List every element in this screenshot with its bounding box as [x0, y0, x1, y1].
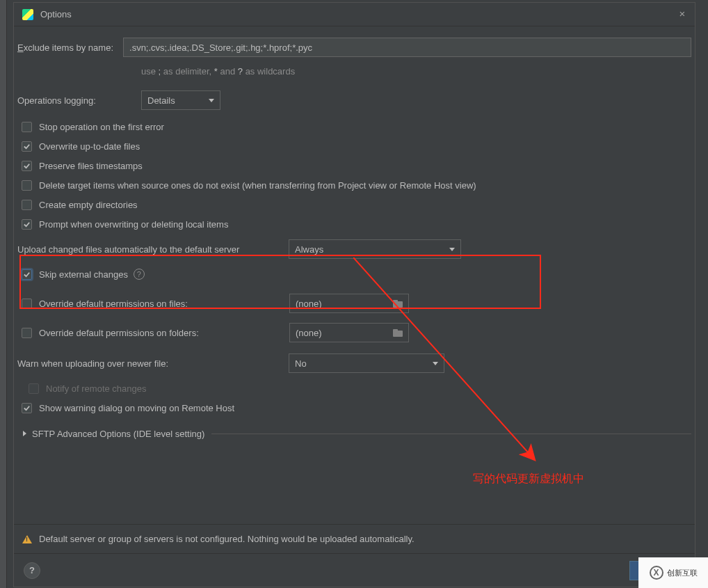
upload-combo[interactable]: Always	[289, 239, 461, 259]
status-bar: Default server or group of servers is no…	[14, 524, 695, 553]
warn-upload-combo[interactable]: No	[289, 353, 444, 373]
chk-override-files[interactable]	[22, 299, 32, 309]
folder-icon	[393, 329, 403, 337]
chk-prompt-overwrite[interactable]	[22, 219, 32, 230]
chk-notify-remote	[29, 383, 39, 394]
chk-create-empty[interactable]	[22, 200, 32, 210]
chevron-down-icon	[209, 99, 214, 102]
chk-stop-error[interactable]	[22, 122, 32, 132]
perm-files-value: (none)	[296, 299, 322, 309]
chk-delete-target[interactable]	[22, 180, 32, 191]
folder-icon	[393, 300, 403, 308]
app-icon	[22, 9, 33, 20]
chevron-down-icon	[433, 362, 438, 365]
dialog-title: Options	[40, 9, 72, 19]
chk-override-folders[interactable]	[22, 328, 32, 338]
warn-upload-label: Warn when uploading over newer file:	[17, 358, 289, 369]
perm-folders-value: (none)	[296, 328, 322, 338]
watermark: X 创新互联	[638, 557, 708, 588]
exclude-hint: use ; as delimiter, * and ? as wildcards	[141, 66, 295, 77]
options-dialog: Options × Exclude items by name: use ; a…	[13, 2, 695, 587]
upload-value: Always	[295, 244, 323, 255]
close-icon[interactable]: ×	[677, 8, 688, 19]
triangle-right-icon	[23, 431, 26, 436]
chk-prompt-overwrite-label: Prompt when overwriting or deleting loca…	[39, 219, 228, 230]
outer-background	[0, 0, 7, 588]
help-icon[interactable]: ?	[134, 269, 145, 280]
upload-label: Upload changed files automatically to th…	[17, 244, 289, 255]
chk-notify-remote-label: Notify of remote changes	[46, 383, 147, 394]
status-text: Default server or group of servers is no…	[39, 534, 415, 544]
section-divider	[211, 434, 691, 434]
chk-skip-external-label: Skip external changes	[39, 269, 128, 280]
exclude-input[interactable]	[123, 38, 691, 57]
chk-override-files-label: Override default permissions on files:	[39, 299, 289, 309]
titlebar: Options ×	[14, 3, 695, 26]
logging-value: Details	[147, 95, 175, 106]
chk-overwrite-label: Overwrite up-to-date files	[39, 141, 140, 152]
warning-icon	[22, 535, 32, 543]
chk-skip-external[interactable]	[22, 269, 32, 280]
chk-override-folders-label: Override default permissions on folders:	[39, 328, 289, 338]
chk-show-warning-label: Show warning dialog on moving on Remote …	[39, 403, 234, 413]
sftp-section-header[interactable]: SFTP Advanced Options (IDE level setting…	[23, 424, 691, 443]
button-bar: ? OK	[14, 553, 695, 587]
perm-folders-combo[interactable]: (none)	[289, 323, 409, 342]
exclude-label: Exclude items by name:	[17, 42, 113, 53]
watermark-logo-icon: X	[650, 566, 663, 580]
logging-label: Operations logging:	[17, 95, 131, 106]
help-button[interactable]: ?	[24, 562, 40, 579]
dialog-content: Exclude items by name: use ; as delimite…	[14, 26, 695, 524]
chk-stop-error-label: Stop operation on the first error	[39, 122, 164, 132]
logging-combo[interactable]: Details	[141, 90, 220, 110]
chevron-down-icon	[449, 248, 455, 251]
chk-preserve-ts[interactable]	[22, 161, 32, 171]
warn-upload-value: No	[295, 358, 307, 369]
chk-preserve-ts-label: Preserve files timestamps	[39, 161, 143, 171]
watermark-text: 创新互联	[667, 568, 698, 578]
chk-delete-target-label: Delete target items when source ones do …	[39, 180, 476, 191]
chk-overwrite[interactable]	[22, 141, 32, 152]
annotation-text: 写的代码更新虚拟机中	[473, 472, 584, 486]
perm-files-combo[interactable]: (none)	[289, 294, 409, 313]
chk-show-warning[interactable]	[22, 403, 32, 413]
sftp-section-label: SFTP Advanced Options (IDE level setting…	[32, 429, 204, 439]
chk-create-empty-label: Create empty directories	[39, 200, 138, 210]
